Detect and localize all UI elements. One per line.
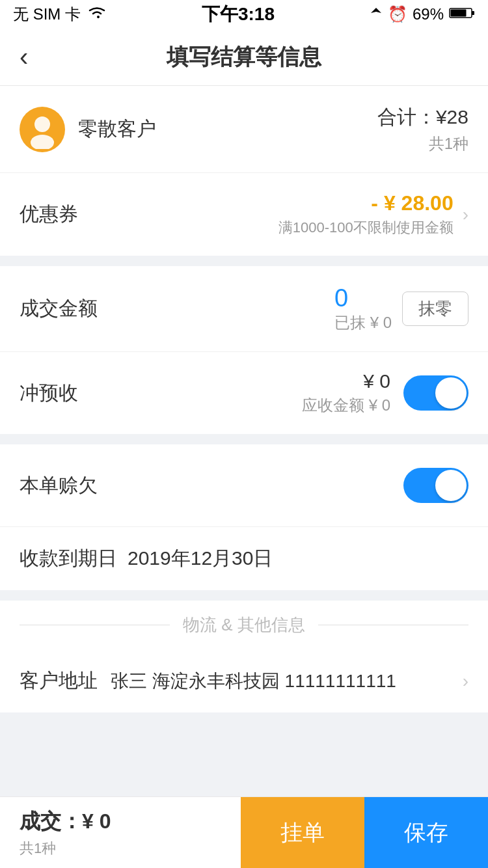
bottom-bar: 成交：¥ 0 共1种 挂单 保存 [0, 796, 488, 868]
customer-right: 合计：¥28 共1种 [377, 104, 468, 154]
debt-row: 本单赊欠 [0, 444, 488, 526]
due-date-label: 收款到期日 [20, 545, 117, 572]
coupon-row[interactable]: 优惠券 - ¥ 28.00 满1000-100不限制使用金额 › [0, 172, 488, 256]
pre-amounts: ¥ 0 应收金额 ¥ 0 [302, 370, 390, 416]
hang-order-button[interactable]: 挂单 [241, 797, 364, 869]
debt-section: 本单赊欠 收款到期日 2019年12月30日 [0, 444, 488, 590]
svg-point-3 [34, 116, 50, 132]
pre-value: ¥ 0 [302, 370, 390, 392]
nav-bar: ‹ 填写结算等信息 [0, 29, 488, 86]
chevron-icon: › [463, 204, 468, 225]
alarm-icon: ⏰ [388, 5, 407, 23]
deal-sub: 已抹 ¥ 0 [334, 312, 392, 333]
total-count: 共1种 [377, 133, 468, 154]
avatar [20, 107, 65, 152]
total-amount: 合计：¥28 [377, 104, 468, 131]
svg-point-4 [31, 135, 54, 149]
wifi-icon [87, 5, 107, 23]
bottom-deal-amount: ¥ 0 [82, 809, 111, 833]
deal-section: 成交金额 0 已抹 ¥ 0 抹零 冲预收 ¥ 0 应收金额 ¥ 0 [0, 266, 488, 434]
pre-receive-row: 冲预收 ¥ 0 应收金额 ¥ 0 [0, 351, 488, 434]
svg-rect-2 [450, 10, 466, 17]
status-time: 下午3:18 [202, 2, 275, 27]
bottom-deal-label: 成交： [20, 809, 82, 833]
bottom-deal: 成交：¥ 0 [20, 807, 221, 836]
logistics-divider: 物流 & 其他信息 [0, 601, 488, 649]
deal-amount-row: 成交金额 0 已抹 ¥ 0 抹零 [0, 266, 488, 351]
coupon-right: - ¥ 28.00 满1000-100不限制使用金额 › [278, 191, 468, 237]
address-chevron-icon: › [463, 671, 468, 692]
bottom-summary: 成交：¥ 0 共1种 [0, 807, 241, 858]
customer-section: 零散客户 合计：¥28 共1种 优惠券 - ¥ 28.00 满1000-100不… [0, 86, 488, 256]
no-sim-text: 无 SIM 卡 [13, 4, 81, 25]
debt-toggle[interactable] [403, 468, 468, 503]
svg-rect-1 [472, 11, 474, 15]
address-value: 张三 海淀永丰科技园 11111111111 [111, 669, 460, 694]
battery-text: 69% [413, 5, 444, 23]
logistics-section: 物流 & 其他信息 客户地址 张三 海淀永丰科技园 11111111111 › [0, 601, 488, 712]
pre-receive-label: 冲预收 [20, 380, 78, 407]
nav-title: 填写结算等信息 [167, 42, 321, 72]
coupon-amount: - ¥ 28.00 [278, 191, 454, 215]
pre-receive-toggle[interactable] [403, 375, 468, 411]
divider-line-left [20, 625, 170, 625]
customer-left: 零散客户 [20, 107, 156, 152]
due-date-value: 2019年12月30日 [128, 545, 273, 572]
status-left: 无 SIM 卡 [13, 4, 107, 25]
bottom-count: 共1种 [20, 839, 221, 858]
due-date-row: 收款到期日 2019年12月30日 [0, 526, 488, 590]
status-bar: 无 SIM 卡 下午3:18 ⏰ 69% [0, 0, 488, 29]
debt-toggle-knob [435, 470, 467, 501]
coupon-desc: 满1000-100不限制使用金额 [278, 218, 454, 237]
address-label: 客户地址 [20, 668, 98, 694]
battery-icon [449, 5, 475, 23]
customer-row: 零散客户 合计：¥28 共1种 [0, 86, 488, 172]
coupon-content: - ¥ 28.00 满1000-100不限制使用金额 [278, 191, 454, 237]
status-right: ⏰ 69% [370, 5, 475, 23]
coupon-label: 优惠券 [20, 201, 78, 228]
debt-label: 本单赊欠 [20, 472, 98, 499]
customer-name: 零散客户 [78, 116, 156, 142]
deal-value: 0 [334, 284, 392, 312]
save-button[interactable]: 保存 [364, 797, 488, 869]
toggle-knob [435, 377, 467, 409]
back-button[interactable]: ‹ [13, 36, 34, 78]
pre-sub: 应收金额 ¥ 0 [302, 395, 390, 416]
address-row[interactable]: 客户地址 张三 海淀永丰科技园 11111111111 › [0, 649, 488, 712]
deal-amount-label: 成交金额 [20, 295, 98, 322]
round-zero-button[interactable]: 抹零 [402, 292, 468, 326]
deal-right: 0 已抹 ¥ 0 抹零 [334, 284, 468, 333]
logistics-divider-text: 物流 & 其他信息 [170, 614, 318, 636]
divider-line-right [318, 625, 468, 625]
pre-right: ¥ 0 应收金额 ¥ 0 [302, 370, 468, 416]
content-area: 零散客户 合计：¥28 共1种 优惠券 - ¥ 28.00 满1000-100不… [0, 86, 488, 801]
location-icon [370, 5, 383, 23]
